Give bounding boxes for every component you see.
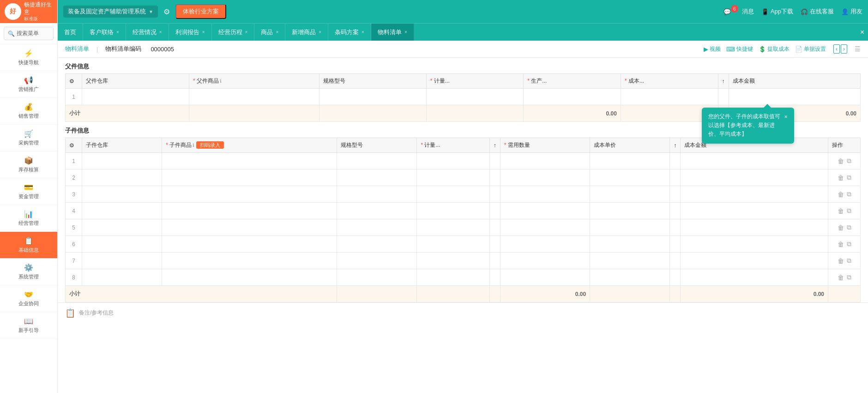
sidebar-item-quick-nav[interactable]: ⚡ 快捷导航 <box>0 44 57 71</box>
delete-icon-5[interactable]: 🗑 <box>838 224 844 231</box>
parent-unit-1[interactable] <box>426 89 524 105</box>
child-warehouse-5[interactable] <box>82 219 162 236</box>
child-quantity-4[interactable] <box>500 203 590 219</box>
child-quantity-6[interactable] <box>500 236 590 253</box>
online-service-action[interactable]: 🎧 在线客服 <box>801 7 834 16</box>
tab-new-goods[interactable]: 新增商品× <box>285 24 328 41</box>
copy-icon-4[interactable]: ⧉ <box>847 207 851 215</box>
copy-icon-7[interactable]: ⧉ <box>847 257 851 265</box>
child-quantity-2[interactable] <box>500 169 590 186</box>
tooltip-close-button[interactable]: × <box>784 112 788 122</box>
tab-profit[interactable]: 利润报告× <box>169 24 212 41</box>
child-unit-cost-3[interactable] <box>590 186 670 203</box>
child-unit-cost-1[interactable] <box>590 153 670 169</box>
child-unit-5[interactable] <box>417 219 489 236</box>
child-unit-cost-6[interactable] <box>590 236 670 253</box>
tab-bom-close[interactable]: × <box>404 30 407 35</box>
child-warehouse-4[interactable] <box>82 203 162 219</box>
sidebar-item-inventory[interactable]: 📦 库存核算 <box>0 151 57 178</box>
view-action[interactable]: ▶ 视频 <box>704 45 721 53</box>
child-warehouse-8[interactable] <box>82 269 162 286</box>
child-spec-2[interactable] <box>337 169 417 186</box>
child-unit-3[interactable] <box>417 186 489 203</box>
copy-icon-3[interactable]: ⧉ <box>847 190 851 198</box>
delete-icon-6[interactable]: 🗑 <box>838 241 844 248</box>
cost-action[interactable]: 💲 提取成本 <box>759 45 790 53</box>
child-spec-4[interactable] <box>337 203 417 219</box>
child-product-8[interactable] <box>162 269 337 286</box>
copy-icon-5[interactable]: ⧉ <box>847 224 851 231</box>
trial-button[interactable]: 体验行业方案 <box>175 4 226 19</box>
child-product-1[interactable] <box>162 153 337 169</box>
close-all-tabs[interactable]: × <box>856 28 868 36</box>
delete-icon-2[interactable]: 🗑 <box>838 174 844 181</box>
user-action[interactable]: 👤 用友 <box>841 7 862 16</box>
child-unit-cost-5[interactable] <box>590 219 670 236</box>
child-unit-6[interactable] <box>417 236 489 253</box>
tab-barcode-close[interactable]: × <box>362 30 364 35</box>
child-unit-cost-7[interactable] <box>590 253 670 269</box>
child-spec-8[interactable] <box>337 269 417 286</box>
child-warehouse-6[interactable] <box>82 236 162 253</box>
child-warehouse-1[interactable] <box>82 153 162 169</box>
tab-barcode[interactable]: 条码方案× <box>328 24 371 41</box>
child-spec-1[interactable] <box>337 153 417 169</box>
parent-spec-1[interactable] <box>319 89 426 105</box>
child-spec-5[interactable] <box>337 219 417 236</box>
tab-history-close[interactable]: × <box>245 30 248 35</box>
tab-goods-close[interactable]: × <box>276 30 278 35</box>
parent-product-1[interactable] <box>189 89 319 105</box>
child-warehouse-2[interactable] <box>82 169 162 186</box>
delete-icon-7[interactable]: 🗑 <box>838 257 844 265</box>
child-unit-cost-8[interactable] <box>590 269 670 286</box>
delete-icon-4[interactable]: 🗑 <box>838 207 844 215</box>
sidebar-item-finance[interactable]: 💳 资金管理 <box>0 178 57 205</box>
delete-icon-8[interactable]: 🗑 <box>838 274 844 281</box>
tab-history[interactable]: 经营历程× <box>212 24 255 41</box>
child-product-5[interactable] <box>162 219 337 236</box>
copy-icon-1[interactable]: ⧉ <box>847 157 851 165</box>
child-spec-6[interactable] <box>337 236 417 253</box>
copy-icon-8[interactable]: ⧉ <box>847 273 851 281</box>
child-quantity-5[interactable] <box>500 219 590 236</box>
tab-goods[interactable]: 商品× <box>254 24 285 41</box>
sidebar-item-purchase[interactable]: 🛒 采购管理 <box>0 125 57 151</box>
tab-bom[interactable]: 物料清单× <box>371 24 414 41</box>
sidebar-item-sales[interactable]: 💰 销售管理 <box>0 98 57 125</box>
sidebar-item-basic[interactable]: 📋 基础信息 <box>0 232 57 259</box>
child-warehouse-7[interactable] <box>82 253 162 269</box>
sidebar-item-system[interactable]: ⚙️ 系统管理 <box>0 259 57 285</box>
th-child-gear[interactable]: ⚙ <box>66 138 82 153</box>
child-unit-7[interactable] <box>417 253 489 269</box>
copy-icon-6[interactable]: ⧉ <box>847 240 851 248</box>
th-child-sortasc[interactable]: ↑ <box>489 138 500 153</box>
child-quantity-7[interactable] <box>500 253 590 269</box>
gear-icon[interactable]: ⚙ <box>162 6 172 18</box>
child-quantity-1[interactable] <box>500 153 590 169</box>
copy-icon-2[interactable]: ⧉ <box>847 174 851 181</box>
child-unit-8[interactable] <box>417 269 489 286</box>
tab-operation-status[interactable]: 经营情况× <box>126 24 169 41</box>
child-product-3[interactable] <box>162 186 337 203</box>
app-download-action[interactable]: 📱 App下载 <box>761 7 793 16</box>
sidebar-item-guide[interactable]: 📖 新手引导 <box>0 312 57 339</box>
parent-warehouse-1[interactable] <box>82 89 189 105</box>
child-unit-4[interactable] <box>417 203 489 219</box>
next-arrow[interactable]: › <box>841 44 847 54</box>
tab-customer[interactable]: 客户联络× <box>83 24 126 41</box>
breadcrumb-main[interactable]: 物料清单 <box>65 45 89 53</box>
child-spec-3[interactable] <box>337 186 417 203</box>
parent-cost-1[interactable] <box>621 89 718 105</box>
child-warehouse-3[interactable] <box>82 186 162 203</box>
search-button[interactable]: 🔍 搜索菜单 <box>4 27 54 40</box>
child-unit-cost-4[interactable] <box>590 203 670 219</box>
shortcut-action[interactable]: ⌨ 快捷键 <box>726 45 753 53</box>
th-parent-gear[interactable]: ⚙ <box>66 74 82 89</box>
child-unit-1[interactable] <box>417 153 489 169</box>
prev-arrow[interactable]: ‹ <box>833 44 840 54</box>
sidebar-item-marketing[interactable]: 📢 营销推广 <box>0 71 57 98</box>
delete-icon-3[interactable]: 🗑 <box>838 191 844 198</box>
child-quantity-8[interactable] <box>500 269 590 286</box>
tab-customer-close[interactable]: × <box>116 30 119 35</box>
child-spec-7[interactable] <box>337 253 417 269</box>
